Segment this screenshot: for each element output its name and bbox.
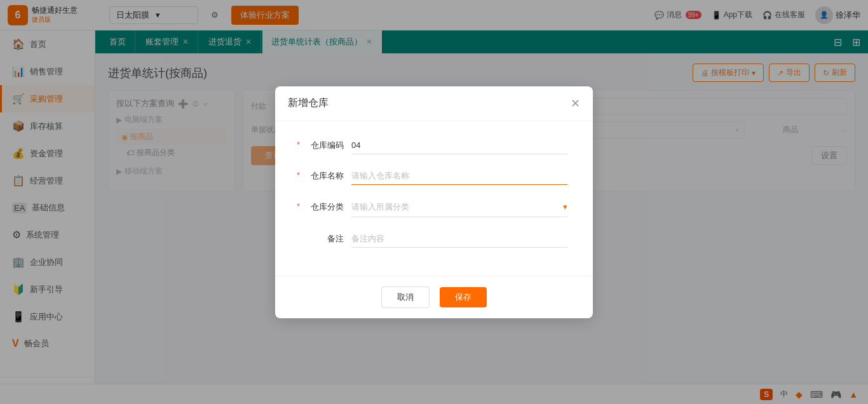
modal-close-btn[interactable]: ✕ bbox=[571, 97, 580, 111]
cancel-btn[interactable]: 取消 bbox=[381, 286, 430, 308]
modal-title: 新增仓库 bbox=[288, 97, 329, 110]
modal-footer: 取消 保存 bbox=[275, 276, 593, 318]
modal-new-warehouse: 新增仓库 ✕ 仓库编码 仓库名称 仓库分类 请输入所属分类 ▾ bbox=[275, 86, 593, 318]
modal-body: 仓库编码 仓库名称 仓库分类 请输入所属分类 ▾ 备注 bbox=[275, 121, 593, 276]
form-row-note: 备注 bbox=[301, 230, 567, 248]
form-row-name: 仓库名称 bbox=[301, 167, 567, 185]
form-row-code: 仓库编码 bbox=[301, 137, 567, 154]
form-row-category: 仓库分类 请输入所属分类 ▾ bbox=[301, 198, 567, 217]
note-input[interactable] bbox=[351, 230, 567, 248]
name-label: 仓库名称 bbox=[301, 170, 351, 182]
name-input[interactable] bbox=[351, 167, 567, 185]
code-label: 仓库编码 bbox=[301, 140, 351, 151]
category-select[interactable]: 请输入所属分类 ▾ bbox=[351, 198, 567, 217]
category-placeholder: 请输入所属分类 bbox=[351, 201, 409, 213]
category-chevron-icon: ▾ bbox=[563, 202, 567, 212]
category-label: 仓库分类 bbox=[301, 201, 351, 213]
note-label: 备注 bbox=[301, 233, 351, 245]
save-btn[interactable]: 保存 bbox=[440, 287, 487, 307]
modal-overlay: 新增仓库 ✕ 仓库编码 仓库名称 仓库分类 请输入所属分类 ▾ bbox=[0, 0, 868, 404]
modal-header: 新增仓库 ✕ bbox=[275, 86, 593, 121]
code-input[interactable] bbox=[351, 137, 567, 154]
